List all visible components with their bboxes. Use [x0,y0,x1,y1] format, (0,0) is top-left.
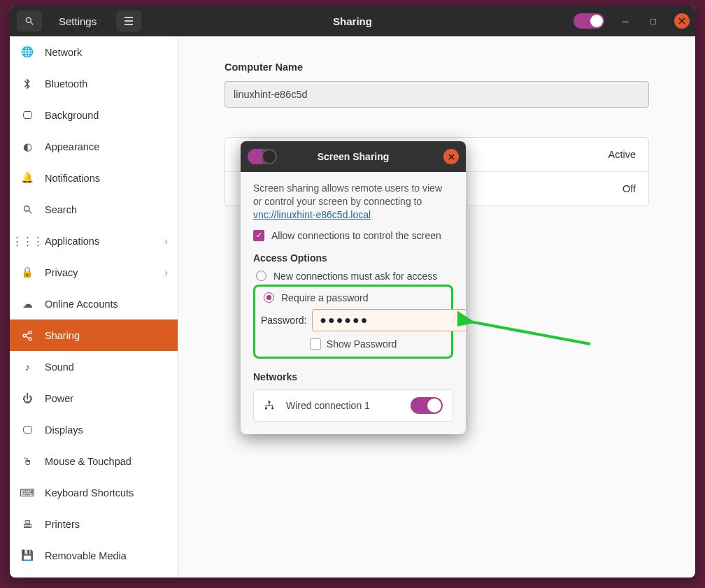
lock-icon: 🔒 [20,266,35,278]
sidebar-item-search[interactable]: Search [10,194,178,225]
status-badge: Active [608,149,636,160]
appearance-icon: ◐ [20,141,35,152]
svg-point-7 [24,206,29,212]
svg-rect-16 [269,401,271,403]
computer-name-field[interactable]: linuxhint-e86c5d [225,81,649,108]
status-badge: Off [622,183,636,194]
sidebar-item-network[interactable]: 🌐Network [10,36,178,68]
require-password-radio[interactable] [264,292,274,303]
close-button[interactable] [674,13,690,29]
sidebar-item-background[interactable]: 🖵Background [10,99,178,131]
titlebar: Settings Sharing ─ □ [10,6,695,36]
dialog-title: Screen Sharing [318,151,390,162]
sidebar-item-removable[interactable]: 💾Removable Media [10,540,178,571]
disk-icon: 💾 [20,550,35,561]
keyboard-icon: ⌨ [20,487,35,499]
ask-access-radio[interactable] [256,271,266,281]
sidebar-item-appearance[interactable]: ◐Appearance [10,131,178,162]
sharing-master-toggle[interactable] [574,13,604,29]
ask-access-label: New connections must ask for access [273,271,437,282]
network-name: Wired connection 1 [286,400,370,411]
svg-point-0 [26,17,31,22]
sidebar-item-sound[interactable]: ♪Sound [10,351,178,382]
cloud-icon: ☁ [20,299,35,310]
monitor-icon: 🖵 [20,110,35,121]
svg-line-13 [26,336,29,338]
displays-icon: 🖵 [20,424,35,436]
password-label: Password: [261,315,306,326]
svg-point-10 [23,334,26,337]
password-input[interactable] [312,309,466,331]
sidebar-item-notifications[interactable]: 🔔Notifications [10,162,178,194]
network-toggle[interactable] [411,397,443,414]
wired-network-icon [264,400,279,411]
bell-icon: 🔔 [20,172,35,184]
sidebar-item-applications[interactable]: ⋮⋮⋮Applications› [10,225,178,257]
password-highlight-box: Require a password Password: Show Passwo… [253,285,453,359]
chevron-right-icon: › [164,236,168,247]
svg-point-9 [29,331,31,334]
svg-line-1 [31,22,34,25]
svg-point-11 [29,337,31,340]
computer-name-label: Computer Name [225,62,649,73]
networks-heading: Networks [253,371,453,382]
sidebar-item-keyboard[interactable]: ⌨Keyboard Shortcuts [10,477,178,508]
allow-control-label: Allow connections to control the screen [271,230,441,241]
access-options-heading: Access Options [253,252,453,264]
svg-rect-18 [271,407,273,409]
maximize-button[interactable]: □ [646,14,660,28]
show-password-label: Show Password [327,338,397,350]
apps-icon: ⋮⋮⋮ [20,236,35,247]
search-button[interactable] [17,10,42,31]
minimize-button[interactable]: ─ [618,14,632,28]
bluetooth-icon [20,78,35,90]
printer-icon: 🖶 [20,519,35,530]
allow-control-checkbox[interactable]: ✓ [253,230,264,241]
svg-line-8 [29,210,31,213]
sidebar-item-bluetooth[interactable]: Bluetooth [10,68,178,99]
power-icon: ⏻ [20,393,35,404]
dialog-header: Screen Sharing [241,141,466,172]
dialog-description: Screen sharing allows remote users to vi… [253,182,453,222]
menu-button[interactable] [116,10,141,31]
chevron-right-icon: › [164,267,168,278]
screen-sharing-toggle[interactable] [248,149,277,164]
svg-line-12 [26,333,29,335]
sidebar-item-displays[interactable]: 🖵Displays [10,414,178,445]
sidebar-item-power[interactable]: ⏻Power [10,382,178,414]
sidebar: 🌐Network Bluetooth 🖵Background ◐Appearan… [10,36,178,578]
sidebar-item-privacy[interactable]: 🔒Privacy› [10,257,178,288]
dialog-close-button[interactable] [443,149,459,164]
svg-rect-17 [265,407,267,409]
network-row: Wired connection 1 [253,389,453,422]
screen-sharing-dialog: Screen Sharing Screen sharing allows rem… [241,141,466,434]
sidebar-item-sharing[interactable]: Sharing [10,320,178,351]
show-password-checkbox[interactable] [310,338,321,350]
vnc-link[interactable]: vnc://linuxhint-e86c5d.local [253,209,371,220]
sidebar-item-online-accounts[interactable]: ☁Online Accounts [10,288,178,320]
sidebar-item-printers[interactable]: 🖶Printers [10,508,178,540]
mouse-icon: 🖱 [20,456,35,467]
search-icon [20,204,35,215]
music-icon: ♪ [20,361,35,373]
page-title: Sharing [333,15,372,27]
app-title: Settings [59,15,97,27]
require-password-label: Require a password [281,292,369,303]
share-icon [20,330,35,341]
globe-icon: 🌐 [20,46,35,58]
sidebar-item-mouse[interactable]: 🖱Mouse & Touchpad [10,445,178,477]
